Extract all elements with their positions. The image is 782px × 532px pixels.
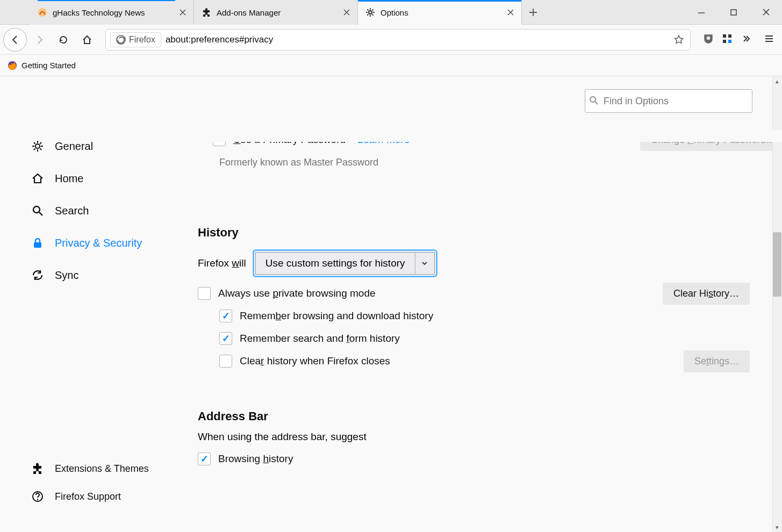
tab-label: Add-ons Manager <box>217 8 338 17</box>
sidebar-label: Extensions & Themes <box>55 463 149 475</box>
bookmark-star-icon[interactable] <box>672 35 686 45</box>
tab-close-icon[interactable] <box>505 7 516 18</box>
svg-rect-16 <box>723 40 726 43</box>
category-general[interactable]: General <box>30 130 183 162</box>
identity-box[interactable]: Firefox <box>110 32 161 47</box>
bookmark-getting-started[interactable]: Getting Started <box>8 61 76 70</box>
clear-settings-button[interactable]: Settings… <box>684 350 750 372</box>
always-private-checkbox[interactable] <box>198 287 211 300</box>
bookmark-label: Getting Started <box>21 61 76 70</box>
close-window-button[interactable] <box>750 0 782 24</box>
remember-browsing-checkbox[interactable] <box>219 310 232 322</box>
tab-close-icon[interactable] <box>341 7 352 18</box>
svg-line-6 <box>367 9 368 10</box>
maximize-button[interactable] <box>718 0 750 24</box>
new-tab-button[interactable] <box>522 0 544 24</box>
category-home[interactable]: Home <box>30 162 183 195</box>
question-icon <box>30 489 45 504</box>
category-sidebar: General Home Search Privacy & Security S… <box>0 76 183 532</box>
clear-on-close-label: Clear history when Firefox closes <box>240 355 390 367</box>
chevron-down-icon <box>415 252 434 275</box>
sidebar-label: Firefox Support <box>55 491 121 502</box>
category-label: Sync <box>55 269 78 282</box>
remember-forms-checkbox[interactable] <box>219 332 232 345</box>
firefox-will-label: Firefox will <box>198 257 246 269</box>
scroll-up-icon[interactable]: ▴ <box>772 76 782 86</box>
tab-ghacks[interactable]: gHacks Technology News <box>30 0 194 25</box>
svg-line-8 <box>372 9 374 10</box>
address-bar-section: Address Bar When using the address bar, … <box>198 409 750 465</box>
dropdown-value: Use custom settings for history <box>256 257 415 269</box>
tab-options[interactable]: Options <box>358 0 522 25</box>
category-search[interactable]: Search <box>30 195 183 227</box>
suggest-history-label: Browsing history <box>218 453 293 465</box>
firefox-icon <box>116 35 126 45</box>
lock-icon <box>30 235 45 250</box>
gear-icon <box>30 139 45 154</box>
svg-rect-11 <box>731 10 736 15</box>
reload-button[interactable] <box>53 29 74 51</box>
svg-line-28 <box>40 142 41 144</box>
tab-close-icon[interactable] <box>177 7 188 18</box>
navbar: Firefox about:preferences#privacy <box>0 25 782 55</box>
svg-line-26 <box>34 142 35 144</box>
minimize-button[interactable] <box>685 0 718 24</box>
category-label: Privacy & Security <box>55 237 142 249</box>
content-scrollbar[interactable]: ▴ ▾ <box>772 76 782 532</box>
hamburger-menu-icon[interactable] <box>764 33 774 46</box>
history-mode-dropdown[interactable]: Use custom settings for history <box>253 249 437 277</box>
svg-point-34 <box>37 499 38 500</box>
always-private-label: Always use private browsing mode <box>218 287 376 299</box>
addons-grid-icon[interactable] <box>722 33 733 46</box>
svg-point-13 <box>707 36 711 40</box>
remember-browsing-label: Remember browsing and download history <box>240 310 433 322</box>
tab-label: Options <box>381 8 502 17</box>
overflow-icon[interactable] <box>740 33 751 46</box>
svg-point-30 <box>33 206 40 213</box>
url-text: about:preferences#privacy <box>166 34 672 45</box>
tab-strip: gHacks Technology News Add-ons Manager O… <box>0 0 544 24</box>
preferences-content: General Home Search Privacy & Security S… <box>0 76 782 532</box>
url-bar[interactable]: Firefox about:preferences#privacy <box>105 29 691 51</box>
tab-addons[interactable]: Add-ons Manager <box>194 0 358 25</box>
svg-rect-15 <box>728 34 731 38</box>
scroll-down-icon[interactable]: ▾ <box>772 522 782 532</box>
titlebar: gHacks Technology News Add-ons Manager O… <box>0 0 782 25</box>
remember-forms-label: Remember search and form history <box>240 333 400 344</box>
history-section: History Firefox will Use custom settings… <box>198 226 750 368</box>
sidebar-support[interactable]: Firefox Support <box>30 483 149 511</box>
tab-label: gHacks Technology News <box>53 8 174 17</box>
clear-history-button[interactable]: Clear History… <box>663 283 750 305</box>
svg-rect-17 <box>728 40 731 43</box>
svg-line-29 <box>34 148 35 150</box>
puzzle-icon <box>30 461 45 476</box>
ublock-icon[interactable] <box>702 33 714 47</box>
preferences-main: Use a Primary Password Learn more Change… <box>183 76 782 532</box>
address-bar-desc: When using the address bar, suggest <box>198 431 750 443</box>
svg-line-27 <box>40 148 41 150</box>
home-icon <box>30 171 45 186</box>
sidebar-extensions[interactable]: Extensions & Themes <box>30 455 149 483</box>
svg-line-31 <box>39 212 42 215</box>
svg-point-0 <box>38 8 47 17</box>
ghacks-favicon-icon <box>38 8 47 17</box>
category-label: General <box>55 140 93 153</box>
sync-icon <box>30 268 45 283</box>
clear-on-close-checkbox[interactable] <box>219 355 232 368</box>
svg-rect-32 <box>34 242 41 248</box>
category-label: Search <box>55 205 89 217</box>
svg-point-21 <box>35 144 40 148</box>
forward-button[interactable] <box>29 29 51 51</box>
home-button[interactable] <box>76 29 98 51</box>
category-sync[interactable]: Sync <box>30 259 183 291</box>
formerly-master-password-note: Formerly known as Master Password <box>219 157 378 168</box>
identity-label: Firefox <box>129 35 155 45</box>
scroll-thumb[interactable] <box>773 232 781 297</box>
svg-line-7 <box>372 15 374 16</box>
history-heading: History <box>198 226 750 240</box>
svg-rect-14 <box>723 34 726 38</box>
back-button[interactable] <box>3 28 27 52</box>
puzzle-icon <box>202 8 211 17</box>
category-privacy[interactable]: Privacy & Security <box>30 227 183 259</box>
suggest-history-checkbox[interactable] <box>198 452 211 465</box>
